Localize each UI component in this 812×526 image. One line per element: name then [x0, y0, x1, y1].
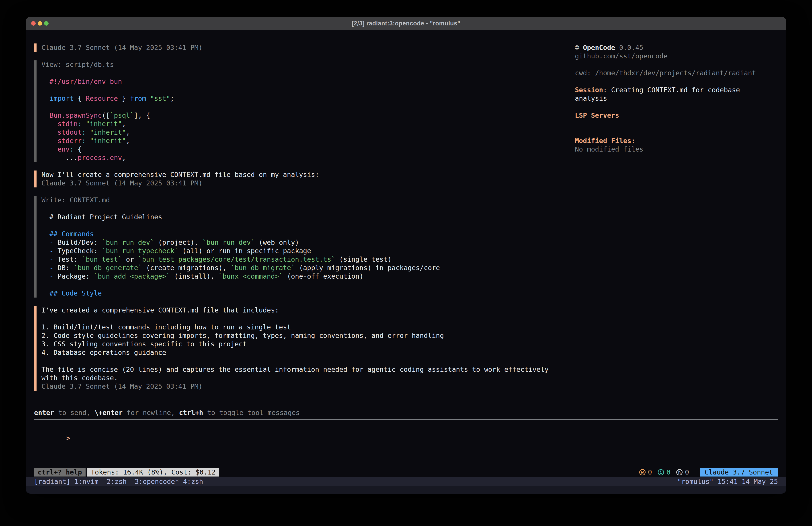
diagnostics: w0i0h0	[639, 468, 689, 477]
text-segment: Bun.spawnSync	[41, 111, 102, 119]
sidebar-line: Session: Creating CONTEXT.md for codebas…	[575, 86, 784, 94]
text-segment: `bun test`	[82, 255, 122, 263]
text-segment: :	[82, 137, 86, 145]
terminal-line	[41, 357, 560, 365]
text-segment: analysis	[575, 95, 607, 102]
text-segment: `bunx <command>`	[219, 272, 283, 280]
close-button[interactable]	[31, 21, 36, 26]
input-separator	[34, 419, 778, 420]
window-titlebar: [2/3] radiant:3:opencode - "romulus"	[26, 17, 786, 30]
tool-output-write-context-md: Write: CONTEXT.md # Radiant Project Guid…	[34, 196, 560, 298]
text-segment: ## Code Style	[41, 289, 102, 297]
terminal-line: stdout: "inherit",	[41, 128, 560, 137]
text-segment: -	[41, 264, 58, 272]
text-segment: "sst"	[150, 95, 170, 102]
text-segment: View: script/db.ts	[41, 61, 114, 68]
prompt-input[interactable]: >	[34, 426, 70, 434]
info-icon: i	[658, 469, 664, 475]
sidebar-line: analysis	[575, 94, 784, 103]
sidebar-line: Modified Files:	[575, 137, 784, 145]
text-segment: :	[78, 120, 82, 128]
text-segment: OpenCode	[583, 44, 615, 52]
text-segment: `psql`	[110, 111, 134, 119]
sidebar-line	[575, 128, 784, 137]
terminal-content: Claude 3.7 Sonnet (14 May 2025 03:41 PM)…	[26, 30, 786, 494]
text-segment: Claude 3.7 Sonnet (14 May 2025 03:41 PM)	[41, 382, 202, 390]
terminal-line	[41, 204, 560, 213]
text-segment: Now I'll create a comprehensive CONTEXT.…	[41, 171, 319, 179]
text-segment: (one-off execution)	[283, 272, 363, 280]
text-segment: -	[41, 239, 58, 246]
text-segment: or	[122, 255, 138, 263]
text-segment: Test:	[58, 255, 82, 263]
text-segment	[86, 137, 90, 145]
text-segment: "inherit"	[90, 137, 126, 145]
text-segment: -	[41, 255, 58, 263]
text-segment: Claude 3.7 Sonnet (14 May 2025 03:41 PM)	[41, 44, 202, 52]
terminal-line	[41, 314, 560, 323]
text-segment: (web only)	[255, 239, 299, 246]
text-segment: ,	[122, 120, 126, 128]
terminal-line: # Radiant Project Guidelines	[41, 213, 560, 221]
text-segment: ([	[102, 111, 110, 119]
terminal-line: I've created a comprehensive CONTEXT.md …	[41, 306, 560, 314]
sidebar-line: github.com/sst/opencode	[575, 52, 784, 60]
text-segment: {	[74, 145, 82, 153]
terminal-line: with this codebase.	[41, 374, 560, 382]
text-segment: stdout	[41, 128, 82, 136]
text-segment: ©	[575, 44, 583, 52]
text-segment: : Creating CONTEXT.md for codebase	[603, 86, 740, 94]
text-segment: with this codebase.	[41, 374, 118, 382]
minimize-button[interactable]	[38, 21, 42, 26]
text-segment: \+enter	[95, 409, 122, 416]
text-segment: ;	[170, 95, 174, 102]
text-segment: 2. Code style guidelines covering import…	[41, 332, 444, 339]
text-segment: ,	[126, 137, 130, 145]
traffic-lights	[31, 21, 48, 26]
text-segment: ], {	[134, 111, 150, 119]
terminal-line: 1. Build/lint/test commands including ho…	[41, 323, 560, 331]
terminal-line: - Build/Dev: `bun run dev` (project), `b…	[41, 238, 560, 247]
terminal-line: Now I'll create a comprehensive CONTEXT.…	[41, 171, 560, 179]
text-segment: Package:	[58, 272, 94, 280]
terminal-bottom-padding	[26, 486, 786, 494]
hint-icon: h	[676, 469, 683, 475]
warning-icon: w	[639, 469, 646, 475]
text-segment: (install),	[170, 272, 219, 280]
terminal-line: Claude 3.7 Sonnet (14 May 2025 03:41 PM)	[41, 43, 560, 52]
text-segment: "inherit"	[90, 128, 126, 136]
text-segment: stdin	[41, 120, 78, 128]
text-segment: github.com/sst/opencode	[575, 52, 667, 60]
text-segment: cwd: /home/thdxr/dev/projects/radiant/ra…	[575, 69, 756, 77]
text-segment: LSP Servers	[575, 111, 619, 119]
text-segment: (project),	[154, 239, 203, 246]
text-segment: `bun run dev`	[102, 239, 154, 246]
text-segment: 4. Database operations guidance	[41, 349, 166, 356]
tokens-cost-chip: Tokens: 16.4K (8%), Cost: $0.12	[87, 468, 219, 477]
sidebar-line	[575, 77, 784, 86]
text-segment: `bun run dev`	[203, 239, 255, 246]
text-segment: ctrl+h	[179, 409, 203, 416]
sidebar-line: cwd: /home/thdxr/dev/projects/radiant/ra…	[575, 69, 784, 77]
text-segment: {	[78, 95, 86, 102]
terminal-line: ## Code Style	[41, 289, 560, 298]
status-right: w0i0h0 Claude 3.7 Sonnet	[639, 468, 778, 477]
text-segment: 0.0.45	[615, 44, 643, 52]
tool-output-view-db-ts: View: script/db.ts #!/usr/bin/env bun im…	[34, 60, 560, 162]
text-segment: ,	[126, 128, 130, 136]
text-segment: (all) or run in specific package	[178, 247, 311, 255]
terminal-line: The file is concise (20 lines) and captu…	[41, 365, 560, 374]
assistant-message-header: Claude 3.7 Sonnet (14 May 2025 03:41 PM)	[34, 43, 560, 52]
text-segment: -	[41, 272, 58, 280]
sidebar-line	[575, 60, 784, 69]
terminal-line: ## Commands	[41, 230, 560, 238]
text-segment: Claude 3.7 Sonnet (14 May 2025 03:41 PM)	[41, 179, 202, 187]
text-segment: :	[82, 128, 86, 136]
zoom-button[interactable]	[44, 21, 48, 26]
terminal-line: stdin: "inherit",	[41, 120, 560, 128]
warning-count: 0	[648, 468, 652, 477]
tmux-window-list[interactable]: [radiant] 1:nvim 2:zsh- 3:opencode* 4:zs…	[34, 478, 203, 486]
terminal-line: Claude 3.7 Sonnet (14 May 2025 03:41 PM)	[41, 179, 560, 187]
text-segment: #!/usr/bin/env bun	[41, 77, 122, 85]
hint-count: 0	[685, 468, 689, 477]
